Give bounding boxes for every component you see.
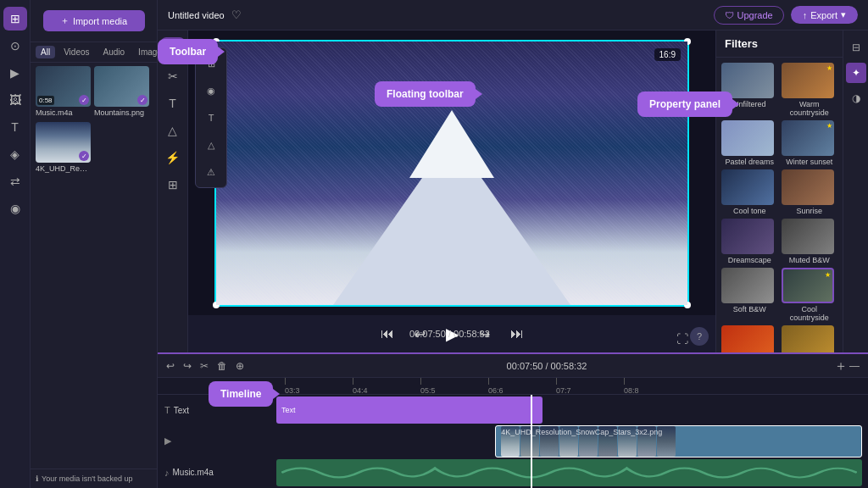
tab-audio[interactable]: Audio xyxy=(98,46,131,58)
filter-item[interactable]: Pastel dreams xyxy=(721,120,778,166)
filter-label: Winter sunset xyxy=(782,158,838,166)
checkmark-icon: ✓ xyxy=(79,95,89,105)
adjust-icon[interactable]: ◑ xyxy=(846,88,866,108)
chevron-down-icon: ▾ xyxy=(841,9,846,20)
tune-icon[interactable]: ⊟ xyxy=(846,37,866,58)
duplicate-button[interactable]: ⊕ xyxy=(234,358,246,374)
preview-canvas: ⊞ ◉ T △ ⚠ 16:9 xyxy=(188,30,715,315)
project-title[interactable]: Untitled video xyxy=(168,10,225,20)
text-clip[interactable]: Text xyxy=(276,396,542,424)
filter-label: Cool countryside xyxy=(782,305,838,322)
video-track-icon: ▶ xyxy=(164,435,171,446)
timeline-toolbar: ↩ ↪ ✂ 🗑 ⊕ 00:07:50 / 00:58:32 ＋ — xyxy=(158,354,868,378)
filters-icon[interactable]: ✦ xyxy=(846,63,866,83)
media-row-1: 0:58 ✓ Music.m4a ✓ Mountains.png xyxy=(36,66,152,117)
prop-annotation-arrow xyxy=(732,99,739,109)
transition-tool-button[interactable]: ⚡ xyxy=(161,146,185,169)
toolbar-label: Toolbar xyxy=(170,46,206,58)
sidebar-item-brand[interactable]: ◉ xyxy=(3,197,27,220)
filter-item[interactable]: Deep fried xyxy=(721,325,778,352)
text-tool-button[interactable]: T xyxy=(161,92,185,115)
favorite-icon: ★ xyxy=(826,122,832,130)
ruler-mark: 04:4 xyxy=(353,378,368,395)
filter-item[interactable]: Dreamscape xyxy=(721,219,778,264)
toolbar-annotation: Toolbar xyxy=(158,39,218,64)
delete-button[interactable]: 🗑 xyxy=(215,358,229,374)
sidebar-item-text[interactable]: T xyxy=(3,115,27,139)
help-button[interactable]: ? xyxy=(690,327,709,346)
filter-item[interactable]: ★Cool countryside xyxy=(782,268,838,322)
shapes-tool-button[interactable]: △ xyxy=(161,119,185,142)
floating-tool-3[interactable]: T xyxy=(199,106,223,130)
filter-thumbnail: ★ xyxy=(782,268,834,303)
media-item-label: Music.m4a xyxy=(36,108,91,117)
filter-item[interactable]: ★Winter sunset xyxy=(782,120,838,166)
filter-label: Dreamscape xyxy=(721,256,778,264)
ruler-mark: 05:5 xyxy=(420,378,436,395)
save-icon[interactable]: ♡ xyxy=(231,8,242,21)
timeline-add-button[interactable]: ＋ xyxy=(834,358,848,375)
sidebar-item-transitions[interactable]: ⇄ xyxy=(3,169,27,193)
sidebar-item-record[interactable]: ⊙ xyxy=(3,34,27,58)
media-item-label: Mountains.png xyxy=(94,108,149,117)
sidebar-item-media[interactable]: ⊞ xyxy=(3,7,27,30)
tab-videos[interactable]: Videos xyxy=(58,46,94,58)
audio-track-icon: ♪ xyxy=(164,468,170,478)
filter-item[interactable]: Cool tone xyxy=(721,169,778,215)
overlay-tool-button[interactable]: ⊞ xyxy=(161,173,185,197)
import-media-button[interactable]: ＋ Import media xyxy=(43,10,145,31)
filter-thumbnail xyxy=(782,219,834,254)
filter-item[interactable]: Soft B&W xyxy=(721,268,778,322)
filter-thumbnail xyxy=(721,268,774,303)
filter-item[interactable]: Golden xyxy=(782,325,838,352)
export-button[interactable]: ↑ Export ▾ xyxy=(791,6,858,24)
ruler-mark: 08:8 xyxy=(624,378,639,395)
timeline-annotation: Timeline xyxy=(209,381,273,407)
video-track-label: ▶ xyxy=(158,435,276,446)
list-item[interactable]: ✓ Mountains.png xyxy=(94,66,149,117)
list-item[interactable]: 0:58 ✓ Music.m4a xyxy=(36,66,91,117)
plus-icon: ＋ xyxy=(60,14,70,27)
ruler-mark: 07:7 xyxy=(556,378,571,395)
list-item[interactable]: ✓ 4K_UHD_Resolutio... xyxy=(36,122,91,173)
ruler-mark: 06:6 xyxy=(488,378,504,395)
checkmark-icon: ✓ xyxy=(79,151,89,161)
sidebar-item-stock-image[interactable]: 🖼 xyxy=(3,88,27,112)
sidebar-item-stock-video[interactable]: ▶ xyxy=(3,61,27,85)
undo-button[interactable]: ↩ xyxy=(164,358,176,374)
top-bar: Untitled video ♡ 🛡 Upgrade ↑ Export ▾ xyxy=(158,0,868,30)
filter-item[interactable]: ★Warm countryside xyxy=(782,63,838,117)
ruler-mark: 03:3 xyxy=(285,378,300,395)
rewind-button[interactable]: ⏮ xyxy=(377,323,398,345)
audio-clip[interactable] xyxy=(276,459,862,486)
media-item-label: 4K_UHD_Resolutio... xyxy=(36,164,91,173)
fullscreen-button[interactable]: ⛶ xyxy=(676,332,688,346)
floating-tool-4[interactable]: △ xyxy=(199,133,223,157)
right-icon-strip: ⊟ ✦ ◑ xyxy=(843,30,868,352)
media-footer: ℹ Your media isn't backed up xyxy=(31,469,157,488)
floating-tool-2[interactable]: ◉ xyxy=(199,79,223,103)
timeline-settings-button[interactable]: — xyxy=(848,358,861,374)
video-track-row: ▶ 4K_UHD_Resolution_SnowCap_Stars_3x2.pn… xyxy=(158,425,868,458)
audio-track-label: ♪ Music.m4a xyxy=(158,468,276,478)
upgrade-icon: 🛡 xyxy=(725,10,734,20)
filter-label: Warm countryside xyxy=(782,100,838,117)
video-clip[interactable]: 4K_UHD_Resolution_SnowCap_Stars_3x2.png xyxy=(495,425,862,458)
filter-thumbnail: ★ xyxy=(782,120,834,156)
playhead[interactable] xyxy=(531,395,532,488)
upgrade-button[interactable]: 🛡 Upgrade xyxy=(714,6,784,25)
tab-all[interactable]: All xyxy=(36,46,55,58)
filter-thumbnail xyxy=(721,325,774,352)
sidebar-item-graphics[interactable]: ◈ xyxy=(3,142,27,166)
filter-item[interactable]: Muted B&W xyxy=(782,219,838,264)
property-panel-annotation: Property panel xyxy=(637,92,732,117)
filter-thumbnail xyxy=(721,169,774,205)
fast-forward-button[interactable]: ⏭ xyxy=(507,323,527,345)
filter-label: Cool tone xyxy=(721,207,778,215)
filter-item[interactable]: Sunrise xyxy=(782,169,838,215)
floating-tool-5[interactable]: ⚠ xyxy=(199,160,223,184)
export-arrow-icon: ↑ xyxy=(803,10,808,20)
cut-tool-button[interactable]: ✂ xyxy=(161,64,185,88)
redo-button[interactable]: ↪ xyxy=(181,358,193,374)
cut-button[interactable]: ✂ xyxy=(198,358,210,374)
